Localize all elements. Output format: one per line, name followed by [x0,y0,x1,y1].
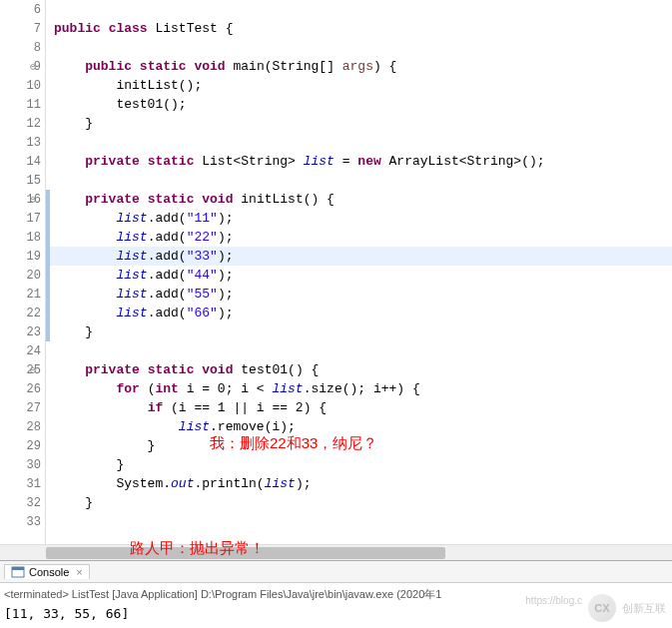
annotation-comment: 我：删除22和33，纳尼？ [210,434,377,453]
code-line[interactable] [50,38,672,57]
line-number[interactable]: 31 [0,474,45,493]
code-editor[interactable]: 6789⊖10111213141516⊖171819202122232425⊖2… [0,0,672,544]
code-line[interactable] [50,341,672,360]
line-number[interactable]: 19 [0,247,45,266]
code-line[interactable]: if (i == 1 || i == 2) { [50,398,672,417]
line-number[interactable]: 25⊖ [0,360,45,379]
line-number[interactable]: 23 [0,322,45,341]
console-tab-bar: Console × [0,561,672,583]
code-line[interactable]: } [50,322,672,341]
code-line[interactable]: private static List<String> list = new A… [50,152,672,171]
code-line[interactable]: } [50,493,672,512]
code-line[interactable]: list.add("44"); [50,266,672,285]
code-line[interactable]: } 我：删除22和33，纳尼？ [50,436,672,455]
code-line[interactable] [50,0,672,19]
close-icon[interactable]: × [76,566,82,578]
console-status: <terminated> ListTest [Java Application]… [4,585,668,604]
line-number[interactable]: 12 [0,114,45,133]
line-number[interactable]: 16⊖ [0,190,45,209]
console-output: [11, 33, 55, 66] [4,604,668,621]
line-number[interactable]: 10 [0,76,45,95]
fold-toggle-icon[interactable]: ⊖ [30,194,36,206]
line-number[interactable]: 27 [0,398,45,417]
line-number[interactable]: 15 [0,171,45,190]
line-number[interactable]: 11 [0,95,45,114]
code-line[interactable] [50,171,672,190]
code-line[interactable]: private static void initList() { [50,190,672,209]
code-line[interactable]: list.add("11"); [50,209,672,228]
code-line[interactable]: System.out.println(list); [50,474,672,493]
code-line[interactable]: public static void main(String[] args) { [50,57,672,76]
fold-toggle-icon[interactable]: ⊖ [30,61,36,73]
code-line[interactable]: list.add("66"); [50,304,672,322]
line-number[interactable]: 17 [0,209,45,228]
line-number-gutter[interactable]: 6789⊖10111213141516⊖171819202122232425⊖2… [0,0,46,544]
console-tab[interactable]: Console × [4,564,90,579]
code-line[interactable]: } [50,114,672,133]
code-line[interactable]: private static void test01() { [50,360,672,379]
console-icon [11,566,25,578]
code-line[interactable]: list.add("55"); [50,285,672,304]
line-number[interactable]: 20 [0,266,45,285]
line-number[interactable]: 26 [0,379,45,398]
line-number[interactable]: 32 [0,493,45,512]
svg-rect-1 [12,567,24,570]
code-line[interactable] [50,133,672,152]
line-number[interactable]: 7 [0,19,45,38]
console-panel: Console × <terminated> ListTest [Java Ap… [0,560,672,623]
line-number[interactable]: 22 [0,304,45,322]
code-line[interactable]: list.add("22"); [50,228,672,247]
fold-toggle-icon[interactable]: ⊖ [30,364,36,376]
line-number[interactable]: 33 [0,512,45,531]
console-tab-label: Console [29,566,69,578]
code-content[interactable]: public class ListTest { public static vo… [50,0,672,544]
code-line[interactable]: } [50,455,672,474]
code-line-current[interactable]: list.add("33"); [50,247,672,266]
code-line[interactable]: for (int i = 0; i < list.size(); i++) { [50,379,672,398]
line-number[interactable]: 21 [0,285,45,304]
line-number[interactable]: 18 [0,228,45,247]
line-number[interactable]: 24 [0,341,45,360]
line-number[interactable]: 13 [0,133,45,152]
scrollbar-thumb[interactable] [46,547,445,559]
console-body: <terminated> ListTest [Java Application]… [0,583,672,623]
line-number[interactable]: 28 [0,417,45,436]
line-number[interactable]: 8 [0,38,45,57]
line-number[interactable]: 29 [0,436,45,455]
line-number[interactable]: 6 [0,0,45,19]
code-line[interactable]: list.remove(i); [50,417,672,436]
horizontal-scrollbar[interactable]: 路人甲：抛出异常！ [0,544,672,560]
code-line[interactable]: public class ListTest { [50,19,672,38]
code-line[interactable]: test01(); [50,95,672,114]
code-line[interactable]: initList(); [50,76,672,95]
line-number[interactable]: 30 [0,455,45,474]
line-number[interactable]: 9⊖ [0,57,45,76]
line-number[interactable]: 14 [0,152,45,171]
code-line[interactable] [50,512,672,531]
